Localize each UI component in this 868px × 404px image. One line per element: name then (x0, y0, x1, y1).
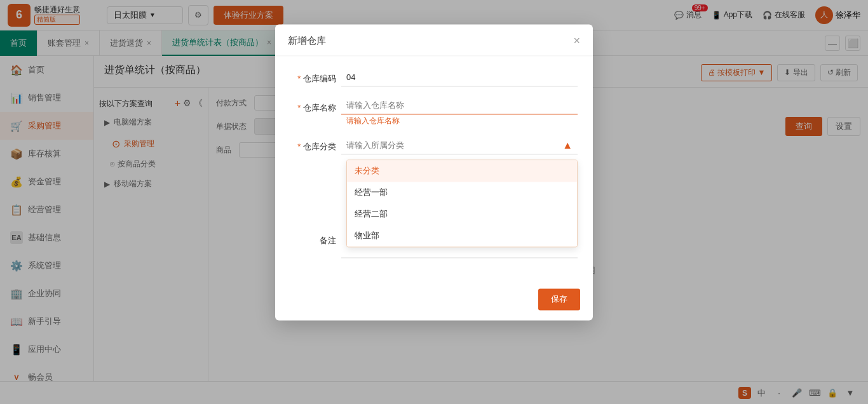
modal-title: 新增仓库 (288, 35, 326, 47)
modal-close-button[interactable]: × (573, 34, 580, 48)
remark-label: 备注 (290, 231, 341, 246)
category-label: * 仓库分类 (290, 137, 341, 152)
save-button[interactable]: 保存 (538, 288, 580, 310)
dropdown-option-uncategorized[interactable]: 未分类 (347, 160, 577, 182)
form-row-name: * 仓库名称 请输入仓库名称 (290, 97, 578, 126)
dropdown-option-property[interactable]: 物业部 (347, 225, 577, 246)
name-label: * 仓库名称 (290, 98, 341, 114)
new-warehouse-modal: 新增仓库 × * 仓库编码 * 仓库名称 请输入仓库名称 (275, 24, 593, 320)
dropdown-option-dept2[interactable]: 经营二部 (347, 203, 577, 225)
name-error-text: 请输入仓库名称 (346, 116, 400, 126)
dropdown-option-dept1[interactable]: 经营一部 (347, 182, 577, 203)
name-input[interactable] (341, 97, 578, 114)
form-row-category: * 仓库分类 ▲ 未分类 经营一部 经营二部 物业部 (290, 137, 578, 154)
code-input[interactable] (341, 69, 578, 86)
category-dropdown-list: 未分类 经营一部 经营二部 物业部 (346, 159, 578, 247)
modal-header: 新增仓库 × (275, 24, 593, 56)
modal-body: * 仓库编码 * 仓库名称 请输入仓库名称 * 仓库分类 (275, 56, 593, 281)
modal-footer: 保存 (275, 281, 593, 320)
code-label: * 仓库编码 (290, 69, 341, 84)
category-dropdown-arrow[interactable]: ▲ (562, 140, 573, 151)
category-input[interactable] (341, 137, 578, 154)
category-wrapper: ▲ (341, 137, 578, 154)
form-row-code: * 仓库编码 (290, 69, 578, 86)
